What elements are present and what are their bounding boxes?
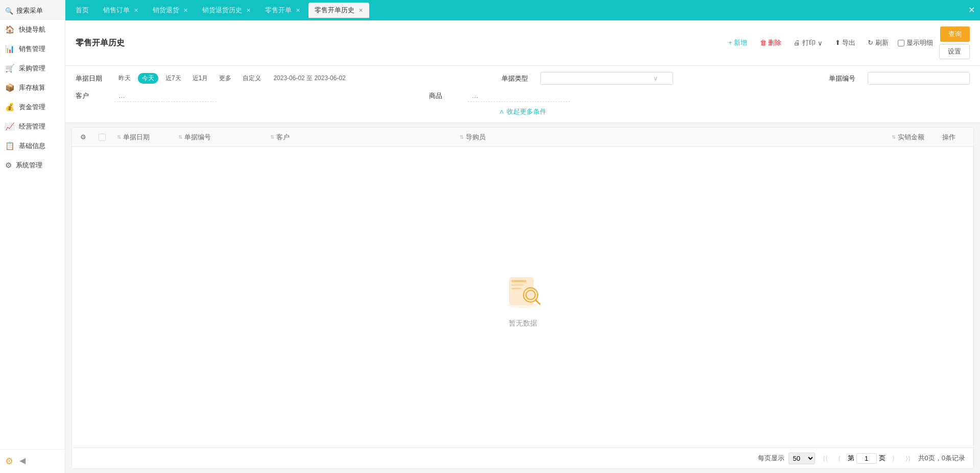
tab-retail-open[interactable]: 零售开单 ✕: [259, 3, 306, 18]
th-guide: ⇅ 导购员: [456, 133, 507, 142]
tab-retail-open-history-close[interactable]: ✕: [358, 7, 363, 14]
tab-sales-return[interactable]: 销货退货 ✕: [147, 3, 194, 18]
date-btn-yesterday[interactable]: 昨天: [114, 73, 135, 84]
tab-retail-open-close[interactable]: ✕: [296, 7, 300, 14]
query-button[interactable]: 查询: [940, 27, 970, 42]
refresh-button[interactable]: ↻ 刷新: [865, 36, 892, 49]
th-customer-sort-icon[interactable]: ⇅: [270, 134, 274, 140]
prev-page-btn[interactable]: ⟨: [833, 452, 846, 464]
show-detail-label: 显示明细: [906, 38, 933, 47]
export-button[interactable]: ⬆ 导出: [832, 36, 859, 49]
sidebar-item-sys-mgmt[interactable]: ⚙ 系统管理: [0, 156, 65, 175]
main-area: 首页 销售订单 ✕ 销货退货 ✕ 销货退货历史 ✕ 零售开单 ✕ 零售开单历史 …: [65, 0, 980, 473]
sidebar-item-quick-nav[interactable]: 🏠 快捷导航: [0, 20, 65, 39]
customer-label: 客户: [76, 91, 106, 101]
per-page-select[interactable]: 10 20 50 100: [788, 453, 815, 464]
empty-text: 暂无数据: [509, 319, 537, 328]
sidebar-item-sales-mgmt[interactable]: 📊 销售管理: [0, 39, 65, 59]
th-checkbox[interactable]: [94, 134, 113, 141]
show-detail-checkbox[interactable]: 显示明细: [898, 38, 933, 47]
add-button[interactable]: + 新增: [725, 36, 750, 49]
doc-no-input[interactable]: [868, 72, 970, 85]
th-guide-label: 导购员: [466, 133, 486, 142]
product-label: 商品: [429, 91, 460, 101]
filter-row-1: 单据日期 昨天 今天 近7天 近1月 更多 自定义 2023-06-02 至 2…: [76, 72, 970, 85]
window-close-btn[interactable]: ✕: [968, 5, 975, 15]
table-body: 暂无数据: [72, 147, 973, 447]
print-arrow-icon: ∨: [818, 39, 823, 47]
sidebar-settings-icon[interactable]: ⚙: [5, 456, 13, 467]
tab-sales-return-close[interactable]: ✕: [183, 7, 188, 14]
page-number-input[interactable]: [856, 453, 877, 464]
tab-retail-open-history[interactable]: 零售开单历史 ✕: [308, 3, 369, 18]
th-settings[interactable]: ⚙: [76, 133, 94, 141]
delete-button[interactable]: 🗑 删除: [757, 36, 785, 49]
th-customer-label: 客户: [276, 133, 290, 142]
collapse-label: ∧ 收起更多条件: [499, 107, 546, 116]
tab-retail-open-history-label: 零售开单历史: [315, 6, 354, 15]
total-info: 共0页，0条记录: [918, 454, 965, 463]
th-guide-sort-icon[interactable]: ⇅: [460, 134, 464, 140]
sidebar-item-operations[interactable]: 📈 经营管理: [0, 117, 65, 136]
settings-button[interactable]: 设置: [939, 44, 970, 59]
filter-area: 单据日期 昨天 今天 近7天 近1月 更多 自定义 2023-06-02 至 2…: [65, 66, 980, 123]
th-amount-sort-icon[interactable]: ⇅: [892, 134, 896, 140]
basic-info-icon: 📋: [5, 141, 15, 151]
first-page-btn[interactable]: ⟨⟨: [819, 452, 831, 464]
sidebar-item-label: 快捷导航: [19, 25, 45, 34]
table-settings-icon[interactable]: ⚙: [80, 133, 86, 141]
sidebar-item-inventory[interactable]: 📦 库存核算: [0, 78, 65, 97]
th-date: ⇅ 单据日期: [113, 133, 174, 142]
th-date-sort-icon[interactable]: ⇅: [117, 134, 121, 140]
sidebar-item-label: 销售管理: [19, 44, 45, 54]
product-input[interactable]: [468, 90, 570, 102]
sidebar-search[interactable]: 🔍 搜索采单: [0, 0, 65, 20]
tab-sales-return-label: 销货退货: [153, 6, 179, 15]
tab-home-label: 首页: [76, 6, 89, 15]
date-buttons: 昨天 今天 近7天 近1月 更多 自定义: [114, 73, 265, 84]
date-btn-7days[interactable]: 近7天: [161, 73, 185, 84]
tab-sales-order[interactable]: 销售订单 ✕: [97, 3, 145, 18]
tab-home[interactable]: 首页: [69, 3, 95, 18]
page-title: 零售开单历史: [76, 38, 125, 55]
print-button[interactable]: 🖨 打印 ∨: [791, 36, 826, 49]
date-btn-more[interactable]: 更多: [215, 73, 235, 84]
sidebar-collapse-icon[interactable]: ◀: [19, 456, 26, 467]
empty-illustration-svg: [500, 267, 546, 313]
sidebar-search-label: 搜索采单: [16, 6, 43, 15]
th-action-label: 操作: [942, 133, 955, 142]
tab-sales-return-history[interactable]: 销货退货历史 ✕: [196, 3, 257, 18]
tab-retail-open-label: 零售开单: [265, 6, 292, 15]
th-order-no-sort-icon[interactable]: ⇅: [178, 134, 182, 140]
page-navigation: ⟨⟨ ⟨ 第 页 ⟩ ⟩⟩: [819, 452, 914, 464]
show-detail-input[interactable]: [898, 40, 904, 46]
doc-no-label: 单据编号: [829, 74, 859, 83]
tab-sales-order-close[interactable]: ✕: [134, 7, 138, 14]
next-page-icon: ⟩: [892, 455, 895, 462]
svg-rect-2: [511, 280, 527, 282]
sidebar-item-label: 库存核算: [19, 83, 45, 92]
last-page-btn[interactable]: ⟩⟩: [902, 452, 914, 464]
date-btn-1month[interactable]: 近1月: [188, 73, 212, 84]
sidebar-item-finance[interactable]: 💰 资金管理: [0, 97, 65, 117]
table-header: ⚙ ⇅ 单据日期 ⇅ 单据编号 ⇅ 客户 ⇅: [72, 128, 973, 147]
tab-sales-return-history-close[interactable]: ✕: [246, 7, 251, 14]
customer-input[interactable]: [114, 90, 217, 102]
doc-type-select[interactable]: ∨: [540, 72, 673, 85]
home-icon: 🏠: [5, 25, 15, 34]
dropdown-icon: ∨: [653, 74, 658, 82]
sidebar-item-basic-info[interactable]: 📋 基础信息: [0, 136, 65, 156]
topbar: 首页 销售订单 ✕ 销货退货 ✕ 销货退货历史 ✕ 零售开单 ✕ 零售开单历史 …: [65, 0, 980, 20]
operations-icon: 📈: [5, 122, 15, 131]
date-btn-today[interactable]: 今天: [138, 73, 158, 84]
th-order-no: ⇅ 单据编号: [174, 133, 266, 142]
svg-line-7: [536, 300, 540, 304]
first-page-icon: ⟨⟨: [823, 455, 828, 462]
filter-row-2: 客户 商品: [76, 90, 970, 102]
sidebar-item-purchase-mgmt[interactable]: 🛒 采购管理: [0, 59, 65, 78]
select-all-checkbox[interactable]: [99, 134, 106, 141]
next-page-btn[interactable]: ⟩: [888, 452, 900, 464]
date-btn-custom[interactable]: 自定义: [238, 73, 265, 84]
collapse-button[interactable]: ∧ 收起更多条件: [76, 107, 970, 116]
sidebar-item-label: 资金管理: [19, 103, 45, 112]
